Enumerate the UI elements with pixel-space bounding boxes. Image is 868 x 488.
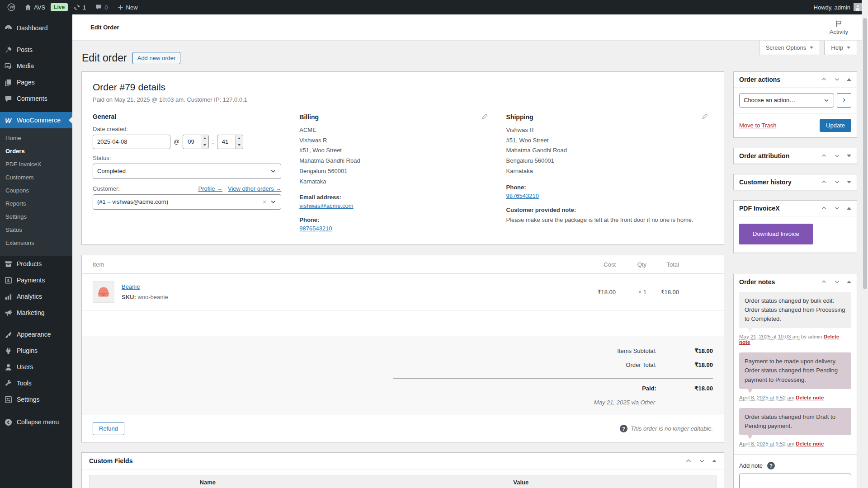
profile-link[interactable]: Profile → bbox=[198, 185, 222, 192]
sidebar-item-collapse-menu[interactable]: Collapse menu bbox=[0, 414, 72, 430]
submenu-customers[interactable]: Customers bbox=[0, 171, 72, 184]
sidebar-item-payments[interactable]: $ Payments bbox=[0, 272, 72, 288]
apply-action-button[interactable] bbox=[837, 93, 851, 108]
shipping-phone-link[interactable]: 9876543210 bbox=[506, 192, 539, 199]
updates-menu[interactable]: 1 bbox=[70, 0, 90, 14]
status-select[interactable]: Completed bbox=[93, 164, 281, 179]
column-item: Item bbox=[93, 261, 573, 268]
submenu-orders[interactable]: Orders bbox=[0, 145, 72, 158]
screen-options-button[interactable]: Screen Options bbox=[759, 41, 821, 55]
submenu-status[interactable]: Status bbox=[0, 223, 72, 236]
move-down-icon[interactable] bbox=[834, 278, 840, 285]
move-down-icon[interactable] bbox=[698, 457, 706, 465]
comments-menu[interactable]: 0 bbox=[91, 0, 111, 14]
chevron-down-icon bbox=[270, 198, 277, 205]
add-note-section: Add note ? bbox=[734, 454, 857, 488]
sidebar-item-pages[interactable]: Pages bbox=[0, 74, 72, 90]
billing-phone-label: Phone: bbox=[299, 216, 488, 223]
product-name-link[interactable]: Beanie bbox=[122, 283, 140, 290]
help-button[interactable]: Help bbox=[824, 41, 857, 55]
activity-button[interactable]: Activity bbox=[830, 20, 848, 35]
sidebar-item-users[interactable]: Users bbox=[0, 359, 72, 375]
account-menu[interactable]: Howdy, admin bbox=[814, 3, 868, 11]
order-items-panel: Item Cost Qty Total bbox=[81, 255, 724, 442]
hour-input[interactable]: 09 bbox=[183, 135, 209, 149]
billing-address: ACME Vishwas R #51, Woo Street Mahatma G… bbox=[299, 125, 488, 187]
move-up-icon[interactable] bbox=[685, 457, 692, 465]
order-action-select[interactable]: Choose an action… bbox=[739, 93, 834, 108]
move-down-icon[interactable] bbox=[834, 76, 840, 83]
move-to-trash-link[interactable]: Move to Trash bbox=[739, 122, 776, 129]
flag-icon bbox=[835, 20, 843, 28]
billing-email-label: Email address: bbox=[299, 194, 488, 201]
refund-button[interactable]: Refund bbox=[93, 422, 124, 435]
order-item-row: Beanie SKU: woo-beanie ₹18.00 × 1 ₹18.00 bbox=[82, 274, 724, 310]
view-other-orders-link[interactable]: View other orders → bbox=[228, 185, 281, 192]
submenu-coupons[interactable]: Coupons bbox=[0, 184, 72, 197]
move-down-icon[interactable] bbox=[834, 152, 840, 159]
help-icon[interactable]: ? bbox=[767, 462, 775, 469]
order-total-value: ₹18.00 bbox=[656, 361, 713, 368]
date-created-input[interactable]: 2025-04-08 bbox=[93, 135, 170, 149]
general-column: General Date created: 2025-04-08 @ 09 bbox=[93, 113, 299, 232]
sidebar-item-analytics[interactable]: Analytics bbox=[0, 288, 72, 305]
update-button[interactable]: Update bbox=[820, 119, 851, 132]
billing-phone-link[interactable]: 9876543210 bbox=[299, 225, 332, 232]
custom-fields-table: Name Value bbox=[89, 475, 717, 488]
submenu-home[interactable]: Home bbox=[0, 131, 72, 145]
sidebar-item-plugins[interactable]: Plugins bbox=[0, 343, 72, 359]
move-up-icon[interactable] bbox=[821, 278, 827, 285]
bar-chart-icon bbox=[4, 292, 13, 301]
sidebar-item-marketing[interactable]: Marketing bbox=[0, 305, 72, 321]
column-cost: Cost bbox=[573, 261, 616, 268]
customer-select[interactable]: (#1 – vishwas@acme.com) × bbox=[93, 194, 281, 210]
move-up-icon[interactable] bbox=[821, 76, 827, 83]
edit-shipping-icon[interactable] bbox=[701, 113, 708, 122]
sidebar-item-settings[interactable]: Settings bbox=[0, 391, 72, 408]
sidebar-item-media[interactable]: Media bbox=[0, 58, 72, 74]
sidebar-item-appearance[interactable]: Appearance bbox=[0, 326, 72, 343]
edit-billing-icon[interactable] bbox=[481, 113, 488, 122]
sidebar-item-woocommerce[interactable]: W WooCommerce bbox=[0, 112, 72, 128]
hour-spinner[interactable] bbox=[201, 135, 208, 149]
note-meta: April 8, 2025 at 9:52 am Delete note bbox=[739, 441, 851, 446]
sidebar-item-dashboard[interactable]: Dashboard bbox=[0, 20, 72, 36]
move-down-icon[interactable] bbox=[834, 205, 840, 211]
delete-note-link[interactable]: Delete note bbox=[796, 395, 824, 400]
sidebar-item-products[interactable]: Products bbox=[0, 256, 72, 272]
wordpress-logo-icon[interactable] bbox=[4, 0, 19, 14]
status-label: Status: bbox=[93, 155, 281, 161]
toggle-panel-icon[interactable] bbox=[712, 460, 717, 462]
move-up-icon[interactable] bbox=[821, 205, 827, 211]
submenu-reports[interactable]: Reports bbox=[0, 197, 72, 210]
billing-email-link[interactable]: vishwas@acme.com bbox=[299, 202, 353, 209]
sidebar-item-comments[interactable]: Comments bbox=[0, 90, 72, 107]
delete-note-link[interactable]: Delete note bbox=[796, 441, 824, 446]
comment-icon bbox=[95, 4, 102, 11]
submenu-pdf-invoicex[interactable]: PDF InvoiceX bbox=[0, 158, 72, 171]
sidebar-item-tools[interactable]: Tools bbox=[0, 375, 72, 391]
add-new-order-button[interactable]: Add new order bbox=[132, 52, 181, 64]
minute-spinner[interactable] bbox=[235, 135, 243, 149]
clear-selection-icon[interactable]: × bbox=[263, 198, 266, 206]
toggle-panel-icon[interactable] bbox=[847, 281, 851, 283]
toggle-panel-icon[interactable] bbox=[847, 181, 851, 183]
sidebar-item-posts[interactable]: Posts bbox=[0, 42, 72, 58]
move-down-icon[interactable] bbox=[834, 178, 840, 185]
user-icon bbox=[4, 362, 13, 371]
move-up-icon[interactable] bbox=[821, 152, 827, 159]
new-content-menu[interactable]: New bbox=[113, 0, 142, 14]
minute-input[interactable]: 41 bbox=[217, 135, 243, 149]
submenu-extensions[interactable]: Extensions bbox=[0, 236, 72, 249]
move-up-icon[interactable] bbox=[821, 178, 827, 185]
site-menu[interactable]: AVS bbox=[21, 0, 49, 14]
download-invoice-button[interactable]: Download Invoice bbox=[739, 224, 813, 244]
help-icon[interactable]: ? bbox=[620, 425, 627, 432]
toggle-panel-icon[interactable] bbox=[847, 155, 851, 157]
toggle-panel-icon[interactable] bbox=[847, 78, 851, 81]
toggle-panel-icon[interactable] bbox=[847, 207, 851, 210]
scrollbar-thumb[interactable] bbox=[863, 18, 867, 289]
submenu-settings[interactable]: Settings bbox=[0, 210, 72, 223]
add-note-textarea[interactable] bbox=[739, 474, 851, 488]
item-cost: ₹18.00 bbox=[573, 289, 616, 296]
